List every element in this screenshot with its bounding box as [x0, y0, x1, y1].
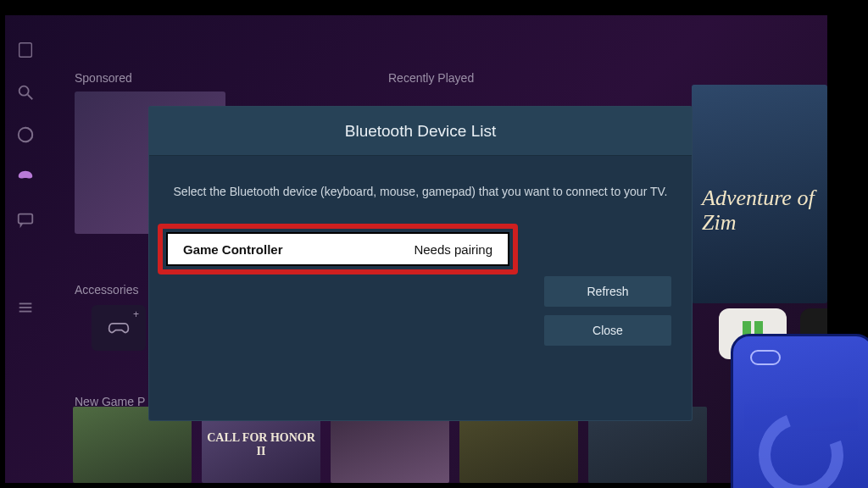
profile-icon[interactable] [16, 41, 35, 59]
menu-icon[interactable] [16, 298, 35, 317]
recently-played-label: Recently Played [388, 71, 474, 85]
dialog-description: Select the Bluetooth device (keyboard, m… [149, 156, 692, 219]
phone-overlay [731, 334, 868, 488]
add-accessory-button[interactable]: + [92, 305, 146, 351]
card-title: Adventure of Zim [702, 186, 815, 235]
device-row-game-controller[interactable]: Game Controller Needs pairing [166, 232, 509, 266]
device-name: Game Controller [183, 242, 283, 257]
sidebar [5, 15, 46, 483]
svg-line-2 [28, 95, 33, 100]
sponsored-label: Sponsored [75, 71, 132, 85]
chat-icon[interactable] [16, 210, 35, 229]
dialog-title: Bluetooth Device List [149, 107, 692, 156]
svg-point-1 [19, 86, 29, 96]
bluetooth-device-list-dialog: Bluetooth Device List Select the Bluetoo… [149, 107, 692, 420]
dialog-actions: Refresh Close [544, 276, 671, 346]
highlighted-selection: Game Controller Needs pairing [158, 224, 518, 274]
device-status: Needs pairing [414, 242, 492, 257]
recently-played-card[interactable]: Adventure of Zim [692, 85, 827, 303]
refresh-button[interactable]: Refresh [544, 276, 671, 307]
ambient-icon[interactable] [16, 125, 35, 144]
svg-rect-4 [19, 214, 33, 224]
phone-wallpaper-swirl [745, 399, 858, 488]
accessories-label: Accessories [75, 283, 138, 297]
close-button[interactable]: Close [544, 315, 671, 346]
tv-home-screen: Sponsored Recently Played Adventure of Z… [5, 15, 827, 483]
game-icon[interactable] [16, 168, 35, 186]
phone-camera-cutout [750, 350, 781, 365]
svg-rect-0 [19, 43, 32, 58]
plus-icon: + [133, 308, 139, 320]
gamepad-icon [107, 319, 131, 336]
search-icon[interactable] [16, 83, 35, 102]
